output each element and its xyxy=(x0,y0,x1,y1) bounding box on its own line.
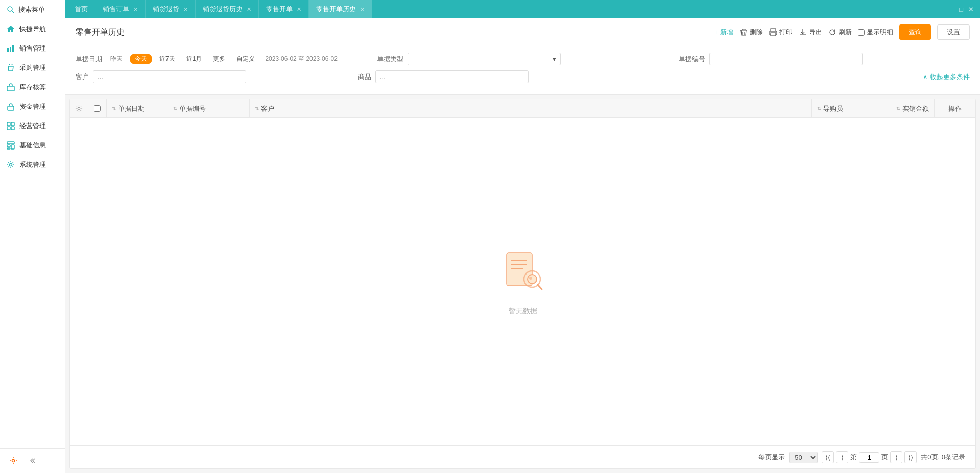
svg-rect-2 xyxy=(7,48,9,52)
filter-no: 单据编号 xyxy=(679,53,970,65)
delete-button[interactable]: 删除 xyxy=(739,28,763,37)
tab-sales-return-history[interactable]: 销货退货历史 ✕ xyxy=(196,0,259,18)
page-title: 零售开单历史 xyxy=(76,27,125,38)
sidebar-item-finance[interactable]: 资金管理 xyxy=(0,97,65,116)
tab-retail-history[interactable]: 零售开单历史 ✕ xyxy=(309,0,372,18)
search-icon xyxy=(6,5,15,14)
total-info: 共0页, 0条记录 xyxy=(921,453,965,462)
filter-type: 单据类型 ▾ xyxy=(377,53,668,65)
sidebar-item-basic-info[interactable]: 基础信息 xyxy=(0,136,65,155)
page-header: 零售开单历史 + 新增 删除 打印 导出 xyxy=(65,18,980,46)
page-size-select[interactable]: 50 20 100 xyxy=(789,452,818,463)
next-page-btn[interactable]: ⟩ xyxy=(890,451,902,463)
window-controls: — □ ✕ xyxy=(947,6,978,13)
date-btn-yesterday[interactable]: 昨天 xyxy=(106,54,127,64)
sidebar-search[interactable]: 搜索菜单 xyxy=(0,0,65,19)
svg-rect-4 xyxy=(12,45,14,52)
box-icon xyxy=(6,83,15,92)
operations-icon xyxy=(6,121,15,131)
sidebar-item-purchase-mgmt[interactable]: 采购管理 xyxy=(0,58,65,78)
page-input[interactable] xyxy=(859,452,879,463)
svg-point-27 xyxy=(529,277,532,280)
minimize-btn[interactable]: — xyxy=(947,6,954,13)
sidebar-item-label: 销售管理 xyxy=(19,44,46,53)
bag-icon xyxy=(6,63,15,72)
svg-rect-14 xyxy=(11,145,14,149)
type-select[interactable]: ▾ xyxy=(408,53,561,65)
goods-label: 商品 xyxy=(358,72,371,82)
th-settings[interactable] xyxy=(70,99,88,117)
page-size-label: 每页显示 xyxy=(758,453,785,462)
prev-page-btn[interactable]: ⟨ xyxy=(836,451,848,463)
main-area: 首页 销售订单 ✕ 销货退货 ✕ 销货退货历史 ✕ 零售开单 ✕ 零售开单历史 … xyxy=(65,0,980,473)
th-customer[interactable]: ⇅ 客户 xyxy=(250,99,812,117)
tab-retail-open[interactable]: 零售开单 ✕ xyxy=(259,0,309,18)
date-btn-1month[interactable]: 近1月 xyxy=(182,54,206,64)
sidebar-item-operations[interactable]: 经营管理 xyxy=(0,116,65,136)
empty-icon xyxy=(497,247,548,298)
sidebar: 搜索菜单 快捷导航 销售管理 采购管理 库存核算 资金管理 经营 xyxy=(0,0,65,473)
date-range-display: 2023-06-02 至 2023-06-02 xyxy=(265,55,337,63)
export-button[interactable]: 导出 xyxy=(799,28,822,37)
close-btn[interactable]: ✕ xyxy=(968,6,974,13)
svg-rect-7 xyxy=(7,122,10,126)
query-button[interactable]: 查询 xyxy=(899,24,931,40)
sidebar-item-label: 采购管理 xyxy=(19,63,46,72)
add-button[interactable]: + 新增 xyxy=(714,28,733,37)
th-no[interactable]: ⇅ 单据编号 xyxy=(168,99,250,117)
setting-button[interactable]: 设置 xyxy=(937,24,970,40)
empty-text: 暂无数据 xyxy=(509,307,537,316)
filter-date: 单据日期 昨天 今天 近7天 近1月 更多 自定义 2023-06-02 至 2… xyxy=(76,54,367,64)
no-input[interactable] xyxy=(709,53,863,65)
tab-sales-return[interactable]: 销货退货 ✕ xyxy=(146,0,196,18)
sidebar-item-system[interactable]: 系统管理 xyxy=(0,155,65,175)
filter-row-1: 单据日期 昨天 今天 近7天 近1月 更多 自定义 2023-06-02 至 2… xyxy=(76,53,970,65)
lock-icon xyxy=(6,102,15,111)
display-detail-toggle[interactable]: 显示明细 xyxy=(858,28,893,37)
tab-close-sales-order[interactable]: ✕ xyxy=(133,6,138,13)
svg-rect-6 xyxy=(8,106,14,110)
svg-point-25 xyxy=(528,275,537,284)
collapse-sidebar-btn[interactable] xyxy=(25,454,39,468)
sidebar-item-sales-mgmt[interactable]: 销售管理 xyxy=(0,39,65,58)
last-page-btn[interactable]: ⟩⟩ xyxy=(904,451,917,463)
tab-close-retail-open[interactable]: ✕ xyxy=(297,6,301,13)
tab-sales-order[interactable]: 销售订单 ✕ xyxy=(95,0,146,18)
collapse-filter-btn[interactable]: ∧ 收起更多条件 xyxy=(923,72,970,82)
filter-goods: 商品 ... xyxy=(358,70,630,83)
tab-close-sales-return[interactable]: ✕ xyxy=(183,6,188,13)
th-checkbox[interactable] xyxy=(88,99,107,117)
system-icon xyxy=(6,160,15,169)
tab-home[interactable]: 首页 xyxy=(67,0,95,18)
filter-row-2: 客户 ... 商品 ... ∧ 收起更多条件 xyxy=(76,70,970,83)
select-all-checkbox[interactable] xyxy=(94,105,101,112)
th-amount[interactable]: ⇅ 实销金额 xyxy=(873,99,935,117)
tab-bar: 首页 销售订单 ✕ 销货退货 ✕ 销货退货历史 ✕ 零售开单 ✕ 零售开单历史 … xyxy=(65,0,980,18)
filter-area: 单据日期 昨天 今天 近7天 近1月 更多 自定义 2023-06-02 至 2… xyxy=(65,46,980,95)
tab-close-sales-return-history[interactable]: ✕ xyxy=(247,6,251,13)
svg-point-19 xyxy=(78,107,80,110)
date-btn-today[interactable]: 今天 xyxy=(130,54,152,64)
svg-rect-12 xyxy=(7,145,10,147)
date-btn-custom[interactable]: 自定义 xyxy=(232,54,259,64)
svg-rect-17 xyxy=(771,29,776,31)
sidebar-item-label: 基础信息 xyxy=(19,141,46,150)
maximize-btn[interactable]: □ xyxy=(959,6,963,13)
th-date[interactable]: ⇅ 单据日期 xyxy=(107,99,168,117)
customer-select[interactable]: ... xyxy=(93,70,246,83)
refresh-button[interactable]: 刷新 xyxy=(828,28,852,37)
sidebar-item-quick-nav[interactable]: 快捷导航 xyxy=(0,19,65,39)
goods-select[interactable]: ... xyxy=(375,70,529,83)
display-detail-checkbox[interactable] xyxy=(858,29,865,36)
date-btn-7days[interactable]: 近7天 xyxy=(155,54,179,64)
print-button[interactable]: 打印 xyxy=(769,28,793,37)
settings-bottom-btn[interactable] xyxy=(6,454,20,468)
sidebar-item-label: 快捷导航 xyxy=(19,24,46,34)
first-page-btn[interactable]: ⟨⟨ xyxy=(822,451,834,463)
svg-rect-5 xyxy=(7,86,14,91)
th-guide[interactable]: ⇅ 导购员 xyxy=(812,99,873,117)
date-btn-more[interactable]: 更多 xyxy=(209,54,229,64)
sidebar-item-inventory[interactable]: 库存核算 xyxy=(0,78,65,97)
tab-close-retail-history[interactable]: ✕ xyxy=(360,6,365,13)
svg-rect-10 xyxy=(11,127,14,130)
